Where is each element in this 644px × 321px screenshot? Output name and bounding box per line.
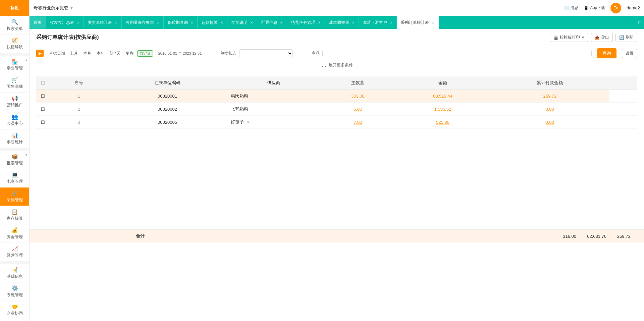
- tab-available-inventory-close[interactable]: ✕: [157, 21, 159, 24]
- export-button[interactable]: 📤 导出: [591, 33, 613, 42]
- tab-cost-adjust-close[interactable]: ✕: [352, 21, 355, 24]
- refresh-icon: 🔄: [619, 35, 624, 40]
- sidebar-item-nav[interactable]: 🧭 快捷导航: [0, 35, 29, 53]
- settings-button[interactable]: 设置: [622, 49, 637, 58]
- template-print-button[interactable]: 🖨️ 按模板打印 ▼: [550, 33, 588, 42]
- query-button[interactable]: 查询: [597, 48, 616, 58]
- sidebar-item-inventory[interactable]: 📋 库存核算: [0, 206, 29, 224]
- message-label: 消息: [570, 5, 578, 11]
- app-download-button[interactable]: 📱 App下载: [584, 5, 605, 11]
- row-checkbox-icon[interactable]: ☐: [41, 94, 45, 99]
- filter-area: ▶ 单据日期 上月 本月 本年 近7天 更多 自定义 2016-01-01 至 …: [30, 45, 644, 73]
- tabbar-minimize-button[interactable]: —: [631, 20, 636, 25]
- tab-invite-customer[interactable]: 邀请下游客户 ✕: [359, 16, 397, 29]
- sidebar-item-enterprise-label: 企业协同: [7, 311, 23, 316]
- sidebar-item-enterprise[interactable]: 🤝 企业协同: [0, 301, 29, 319]
- tab-order-summary-close[interactable]: ✕: [115, 21, 117, 24]
- date-this-month-button[interactable]: 本月: [81, 50, 93, 57]
- th-amount: 金额: [395, 76, 490, 90]
- date-this-year-button[interactable]: 本年: [95, 50, 107, 57]
- message-button[interactable]: ✉️ 消息: [564, 5, 578, 11]
- tab-receive-summary[interactable]: 收发存汇总表 ✕: [46, 16, 84, 29]
- tab-order-summary[interactable]: 要货单统计表 ✕: [84, 16, 122, 29]
- sidebar-item-marketing[interactable]: 📢 营销推广: [0, 93, 29, 111]
- user-avatar[interactable]: Ea: [610, 3, 621, 13]
- goods-more-icon[interactable]: ···: [585, 51, 589, 56]
- goods-search-input[interactable]: [325, 51, 585, 56]
- tabbar: 首页 收发存汇总表 ✕ 要货单统计表 ✕ 可用量库存账本 ✕ 保质期查询 ✕ 超…: [30, 16, 644, 29]
- tab-home[interactable]: 首页: [30, 16, 46, 29]
- date-custom-tag[interactable]: 自定义: [137, 50, 153, 57]
- tab-invite-customer-close[interactable]: ✕: [390, 21, 392, 24]
- row-checkbox-icon[interactable]: ☐: [41, 120, 45, 125]
- operations-icon: 📈: [11, 246, 18, 252]
- tab-picking-task-label: 拣货任务管理: [291, 20, 315, 25]
- status-select[interactable]: [239, 49, 293, 57]
- wholesale-icon: 📦: [11, 153, 18, 160]
- sidebar-item-purchase[interactable]: 🛒 采购管理: [0, 188, 29, 206]
- td-checkbox-1[interactable]: ☐: [36, 90, 50, 103]
- sidebar-item-wholesale[interactable]: 📦 批发管理 ▼: [0, 151, 29, 169]
- refresh-button[interactable]: 🔄 刷新: [615, 33, 637, 42]
- date-last-month-button[interactable]: 上月: [68, 50, 80, 57]
- expand-conditions-button[interactable]: ⌄⌄ 展开更多条件: [321, 62, 353, 68]
- username: demo2: [627, 5, 640, 10]
- tabbar-maximize-button[interactable]: □: [639, 20, 641, 25]
- td-amount-3: 525.80: [395, 116, 490, 129]
- tab-picking-task-close[interactable]: ✕: [318, 21, 321, 24]
- td-amount-2: 1,586.52: [395, 103, 490, 116]
- sidebar-item-member[interactable]: 👥 会员中心: [0, 111, 29, 129]
- sidebar-item-nav-label: 快捷导航: [7, 44, 23, 50]
- tab-warranty-query-close[interactable]: ✕: [191, 21, 193, 24]
- sidebar-item-operations[interactable]: 📈 经营管理: [0, 243, 29, 261]
- template-print-label: 按模板打印: [560, 35, 580, 40]
- goods-input-wrap: ···: [322, 50, 592, 57]
- sidebar-item-retail[interactable]: 🏪 零售管理 ▲: [0, 56, 29, 74]
- footer-label: 合计: [113, 233, 167, 239]
- tab-function-desc[interactable]: 功能说明 ✕: [227, 16, 257, 29]
- user-initials: Ea: [613, 6, 619, 10]
- tab-overstock-alert-close[interactable]: ✕: [220, 21, 223, 24]
- sidebar: 标胜 🔍 搜索英单 🧭 快捷导航 🏪 零售管理 ▲ 🛒 零售商城 📢 营销推广 …: [0, 0, 30, 321]
- tab-config-info-close[interactable]: ✕: [280, 21, 283, 24]
- tab-config-info[interactable]: 配置信息 ✕: [257, 16, 287, 29]
- tab-purchase-summary-close[interactable]: ✕: [432, 21, 434, 24]
- footer-amount: 62,631.76: [583, 234, 610, 239]
- sidebar-item-retail-shop[interactable]: 🛒 零售商城: [0, 74, 29, 93]
- tab-picking-task[interactable]: 拣货任务管理 ✕: [287, 16, 325, 29]
- data-table: ☐ 序号 往来单位编码 供应商 主数量 金额 累计付款金额 ☐: [36, 76, 637, 129]
- sidebar-item-search[interactable]: 🔍 搜索英单: [0, 16, 29, 35]
- filter-row-1: ▶ 单据日期 上月 本月 本年 近7天 更多 自定义 2016-01-01 至 …: [36, 48, 637, 58]
- sidebar-item-ecommerce[interactable]: 💻 电商管理: [0, 169, 29, 188]
- tab-receive-summary-close[interactable]: ✕: [77, 21, 79, 24]
- tab-available-inventory[interactable]: 可用量库存账本 ✕: [122, 16, 164, 29]
- sidebar-item-purchase-label: 采购管理: [7, 197, 23, 203]
- td-checkbox-3[interactable]: ☐: [36, 116, 50, 129]
- workspace-selector[interactable]: 母婴行业演示账套 ▼: [34, 5, 101, 11]
- date-7days-button[interactable]: 近7天: [108, 50, 122, 57]
- sidebar-item-newbie[interactable]: 🚀 新手引导: [0, 319, 29, 321]
- tab-available-inventory-label: 可用量库存账本: [126, 20, 154, 25]
- sidebar-item-basic-info[interactable]: 📝 基础信息: [0, 264, 29, 282]
- table-spacer: [30, 129, 644, 229]
- tab-cost-adjust[interactable]: 成本调整单 ✕: [325, 16, 359, 29]
- sidebar-divider-3: [0, 261, 29, 264]
- status-select-wrap: [239, 49, 293, 57]
- message-icon: ✉️: [564, 6, 569, 10]
- refresh-label: 刷新: [626, 35, 634, 40]
- td-checkbox-2[interactable]: ☐: [36, 103, 50, 116]
- tab-warranty-query[interactable]: 保质期查询 ✕: [164, 16, 198, 29]
- tab-overstock-alert[interactable]: 超储预警 ✕: [198, 16, 227, 29]
- row-checkbox-icon[interactable]: ☐: [41, 107, 45, 112]
- sidebar-item-retail-stats[interactable]: 📊 零售统计: [0, 129, 29, 148]
- filter-toggle-button[interactable]: ▶: [36, 50, 44, 57]
- tab-purchase-summary[interactable]: 采购订单统计表 ✕: [397, 16, 439, 29]
- sidebar-item-system[interactable]: ⚙️ 系统管理: [0, 282, 29, 301]
- status-filter-group: 单据状态: [220, 49, 293, 57]
- tab-function-desc-close[interactable]: ✕: [250, 21, 253, 24]
- td-paid-3: 0.00: [490, 116, 609, 129]
- date-more-button[interactable]: 更多: [124, 50, 136, 57]
- sidebar-item-finance[interactable]: 💰 资金管理: [0, 224, 29, 243]
- th-paid: 累计付款金额: [490, 76, 609, 90]
- select-all-checkbox-icon[interactable]: ☐: [41, 80, 45, 86]
